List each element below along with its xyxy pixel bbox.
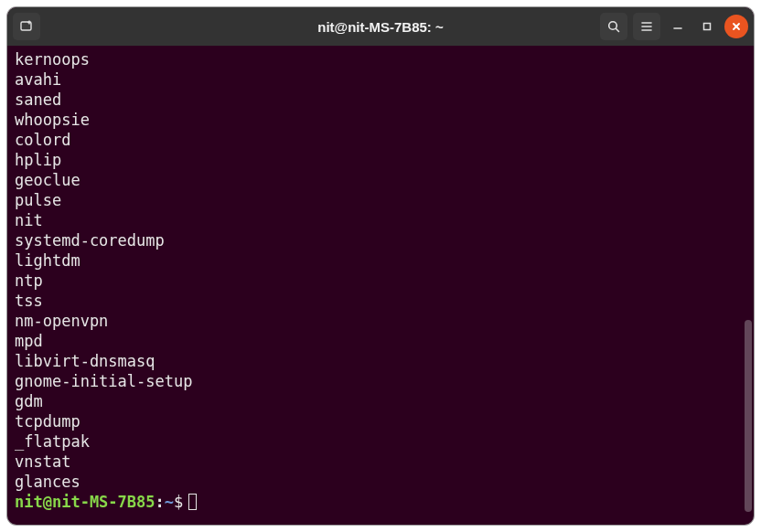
maximize-button[interactable] — [695, 15, 719, 38]
window-title: nit@nit-MS-7B85: ~ — [214, 19, 547, 35]
prompt-path: ~ — [165, 492, 174, 512]
output-line: gnome-initial-setup — [15, 371, 746, 391]
terminal-output: kernoopsavahisanedwhoopsiecolordhplipgeo… — [15, 49, 746, 492]
titlebar-right — [547, 13, 748, 40]
output-line: glances — [15, 472, 746, 492]
output-line: whoopsie — [15, 110, 746, 130]
output-line: tcpdump — [15, 411, 746, 431]
hamburger-icon — [639, 19, 654, 34]
terminal-body[interactable]: kernoopsavahisanedwhoopsiecolordhplipgeo… — [7, 46, 754, 525]
titlebar: nit@nit-MS-7B85: ~ — [7, 7, 754, 46]
output-line: lightdm — [15, 250, 746, 271]
output-line: libvirt-dnsmasq — [15, 351, 746, 371]
search-button[interactable] — [600, 13, 627, 40]
output-line: hplip — [15, 150, 746, 170]
prompt-separator: : — [155, 492, 165, 512]
cursor — [188, 494, 197, 510]
terminal-window: nit@nit-MS-7B85: ~ — [7, 7, 754, 525]
output-line: nit — [15, 210, 746, 230]
close-icon — [731, 21, 742, 32]
prompt-user-host: nit@nit-MS-7B85 — [15, 492, 155, 512]
minimize-button[interactable] — [666, 15, 690, 38]
output-line: ntp — [15, 271, 746, 291]
output-line: pulse — [15, 190, 746, 210]
new-tab-icon — [19, 19, 34, 34]
output-line: geoclue — [15, 170, 746, 190]
output-line: gdm — [15, 391, 746, 411]
output-line: colord — [15, 130, 746, 150]
prompt-symbol: $ — [174, 492, 183, 512]
menu-button[interactable] — [633, 13, 660, 40]
output-line: saned — [15, 90, 746, 110]
titlebar-left — [13, 13, 214, 40]
output-line: vnstat — [15, 452, 746, 472]
prompt-line: nit@nit-MS-7B85:~$ — [15, 492, 746, 512]
close-button[interactable] — [724, 15, 748, 38]
output-line: avahi — [15, 69, 746, 90]
output-line: systemd-coredump — [15, 230, 746, 250]
output-line: _flatpak — [15, 431, 746, 452]
new-tab-button[interactable] — [13, 13, 40, 40]
svg-line-4 — [616, 28, 618, 31]
output-line: tss — [15, 291, 746, 311]
output-line: kernoops — [15, 49, 746, 69]
scrollbar-thumb[interactable] — [745, 320, 752, 512]
output-line: mpd — [15, 331, 746, 351]
maximize-icon — [702, 21, 713, 32]
search-icon — [606, 19, 621, 34]
svg-rect-9 — [704, 24, 711, 30]
output-line: nm-openvpn — [15, 311, 746, 331]
minimize-icon — [672, 21, 683, 32]
